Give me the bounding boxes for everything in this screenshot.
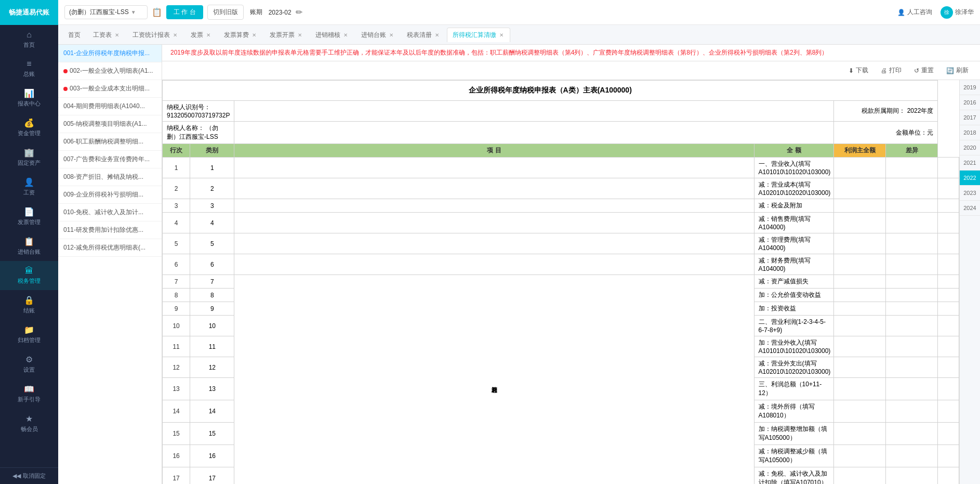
sidebar-item-fund-mgmt[interactable]: 💰 资金管理 xyxy=(0,113,58,142)
reset-button[interactable]: ↺ 重置 xyxy=(911,64,937,76)
quanje-cell[interactable] xyxy=(834,213,886,233)
xiangmu-cell[interactable]: 加：投资收益 xyxy=(754,302,834,316)
cut-version-button[interactable]: 切到旧版 xyxy=(207,5,244,20)
quanje-cell[interactable] xyxy=(834,289,886,302)
unpin-button[interactable]: ◀◀ 取消固定 xyxy=(0,467,58,484)
chaye-cell[interactable] xyxy=(938,423,959,445)
year-item-2021[interactable]: 2021 xyxy=(960,155,980,171)
chaye-cell[interactable] xyxy=(938,178,959,199)
quanje-cell[interactable] xyxy=(834,423,886,445)
left-panel-item-011[interactable]: 011-研发费用加计扣除优惠... xyxy=(58,221,162,239)
lirunquanje-cell[interactable] xyxy=(886,423,938,445)
tab-close-icon[interactable]: ✕ xyxy=(388,32,394,38)
xiangmu-cell[interactable]: 减：资产减值损失 xyxy=(754,275,834,289)
quanje-cell[interactable] xyxy=(834,233,886,254)
sidebar-item-payroll[interactable]: 👤 工资 xyxy=(0,172,58,202)
sidebar-item-settings[interactable]: ⚙ 设置 xyxy=(0,349,58,379)
sidebar-item-close-account[interactable]: 🔒 结账 xyxy=(0,290,58,320)
year-item-2020[interactable]: 2020 xyxy=(960,140,980,155)
ai-consult[interactable]: 👤 人工咨询 xyxy=(897,8,932,17)
xiangmu-cell[interactable]: 三、利润总额（10+11-12） xyxy=(754,378,834,400)
quanje-cell[interactable] xyxy=(834,158,886,178)
year-item-2024[interactable]: 2024 xyxy=(960,201,980,216)
lirunquanje-cell[interactable] xyxy=(886,378,938,400)
lirunquanje-cell[interactable] xyxy=(886,178,938,199)
tab-close-icon[interactable]: ✕ xyxy=(172,32,178,38)
print-button[interactable]: 🖨 打印 xyxy=(878,64,905,76)
quanje-cell[interactable] xyxy=(834,378,886,400)
quanje-cell[interactable] xyxy=(834,467,886,484)
sidebar-item-report-center[interactable]: 📊 报表中心 xyxy=(0,83,58,113)
xiangmu-cell[interactable]: 减：免税、减计收入及加计扣除（填写A107010） xyxy=(754,467,834,484)
lirunquanje-cell[interactable] xyxy=(886,289,938,302)
chaye-cell[interactable] xyxy=(938,400,959,423)
chaye-cell[interactable] xyxy=(938,233,959,254)
chaye-cell[interactable] xyxy=(938,467,959,484)
lirunquanje-cell[interactable] xyxy=(886,275,938,289)
lirunquanje-cell[interactable] xyxy=(886,199,938,213)
tab-payroll[interactable]: 工资表 ✕ xyxy=(87,28,126,42)
chaye-cell[interactable] xyxy=(938,158,959,178)
lirunquanje-cell[interactable] xyxy=(886,213,938,233)
year-item-2022[interactable]: 2022 xyxy=(960,171,980,186)
left-panel-item-004[interactable]: 004-期间费用明细表(A1040... xyxy=(58,98,162,115)
chaye-cell[interactable] xyxy=(938,275,959,289)
lirunquanje-cell[interactable] xyxy=(886,158,938,178)
chaye-cell[interactable] xyxy=(938,289,959,302)
download-button[interactable]: ⬇ 下载 xyxy=(845,64,871,76)
sidebar-item-home[interactable]: ⌂ 首页 xyxy=(0,25,58,54)
tab-home[interactable]: 首页 xyxy=(62,28,86,42)
tab-invoice-verify[interactable]: 进销稽核 ✕ xyxy=(310,28,354,42)
quanje-cell[interactable] xyxy=(834,199,886,213)
left-panel-item-001[interactable]: 001-企业所得税年度纳税申报... xyxy=(58,45,162,62)
year-item-2018[interactable]: 2018 xyxy=(960,125,980,140)
chaye-cell[interactable] xyxy=(938,213,959,233)
tab-close-icon[interactable]: ✕ xyxy=(434,32,440,38)
xiangmu-cell[interactable]: 减：管理费用(填写A104000) xyxy=(754,233,834,254)
tab-close-icon[interactable]: ✕ xyxy=(251,32,257,38)
xiangmu-cell[interactable]: 减：财务费用(填写A104000) xyxy=(754,254,834,275)
chaye-cell[interactable] xyxy=(938,254,959,275)
left-panel-item-007[interactable]: 007-广告费和业务宣传费跨年... xyxy=(58,151,162,168)
left-panel-item-008[interactable]: 008-资产折旧、摊销及纳税... xyxy=(58,168,162,186)
quanje-cell[interactable] xyxy=(834,357,886,378)
tab-payroll-stats[interactable]: 工资统计报表 ✕ xyxy=(127,28,184,42)
tab-close-icon[interactable]: ✕ xyxy=(498,32,505,38)
tab-close-icon[interactable]: ✕ xyxy=(114,32,120,38)
quanje-cell[interactable] xyxy=(834,254,886,275)
year-item-2016[interactable]: 2016 xyxy=(960,95,980,110)
quanje-cell[interactable] xyxy=(834,302,886,316)
tab-close-icon[interactable]: ✕ xyxy=(297,32,303,38)
left-panel-item-012[interactable]: 012-减免所得税优惠明细表(... xyxy=(58,239,162,257)
tab-invoice-calc[interactable]: 发票算费 ✕ xyxy=(218,28,263,42)
tab-tax-clear[interactable]: 税表清册 ✕ xyxy=(401,28,446,42)
left-panel-item-003[interactable]: 003-一般企业成本支出明细... xyxy=(58,80,162,98)
sidebar-item-new-guide[interactable]: 📖 新手引导 xyxy=(0,379,58,409)
tab-tax-calc[interactable]: 所得税汇算清缴 ✕ xyxy=(447,28,510,42)
left-panel-item-010[interactable]: 010-免税、减计收入及加计... xyxy=(58,204,162,221)
left-panel-item-002[interactable]: 002-一般企业收入明细表(A1... xyxy=(58,62,162,80)
xiangmu-cell[interactable]: 减：销售费用(填写A104000) xyxy=(754,213,834,233)
doc-icon[interactable]: 📋 xyxy=(152,7,162,17)
xiangmu-cell[interactable]: 一、营业收入(填写A101010\101020\103000) xyxy=(754,158,834,178)
chaye-cell[interactable] xyxy=(938,316,959,336)
lirunquanje-cell[interactable] xyxy=(886,400,938,423)
lirunquanje-cell[interactable] xyxy=(886,316,938,336)
xiangmu-cell[interactable]: 减：税金及附加 xyxy=(754,199,834,213)
tab-invoice[interactable]: 发票 ✕ xyxy=(185,28,217,42)
lirunquanje-cell[interactable] xyxy=(886,336,938,357)
quanje-cell[interactable] xyxy=(834,336,886,357)
lirunquanje-cell[interactable] xyxy=(886,357,938,378)
xiangmu-cell[interactable]: 减：营业外支出(填写A102010\102020\103000) xyxy=(754,357,834,378)
xiangmu-cell[interactable]: 二、营业利润(1-2-3-4-5-6-7-8+9) xyxy=(754,316,834,336)
sidebar-item-invoice-mgmt[interactable]: 📄 发票管理 xyxy=(0,202,58,231)
quanje-cell[interactable] xyxy=(834,275,886,289)
left-panel-item-009[interactable]: 009-企业所得税补亏损明细... xyxy=(58,186,162,204)
quanje-cell[interactable] xyxy=(834,400,886,423)
sidebar-item-archive[interactable]: 📁 归档管理 xyxy=(0,320,58,349)
xiangmu-cell[interactable]: 加：营业外收入(填写A101010\101020\103000) xyxy=(754,336,834,357)
chaye-cell[interactable] xyxy=(938,336,959,357)
xiangmu-cell[interactable]: 加：纳税调整增加额（填写A105000） xyxy=(754,423,834,445)
year-item-2019[interactable]: 2019 xyxy=(960,80,980,95)
xiangmu-cell[interactable]: 减：纳税调整减少额（填写A105000） xyxy=(754,445,834,467)
